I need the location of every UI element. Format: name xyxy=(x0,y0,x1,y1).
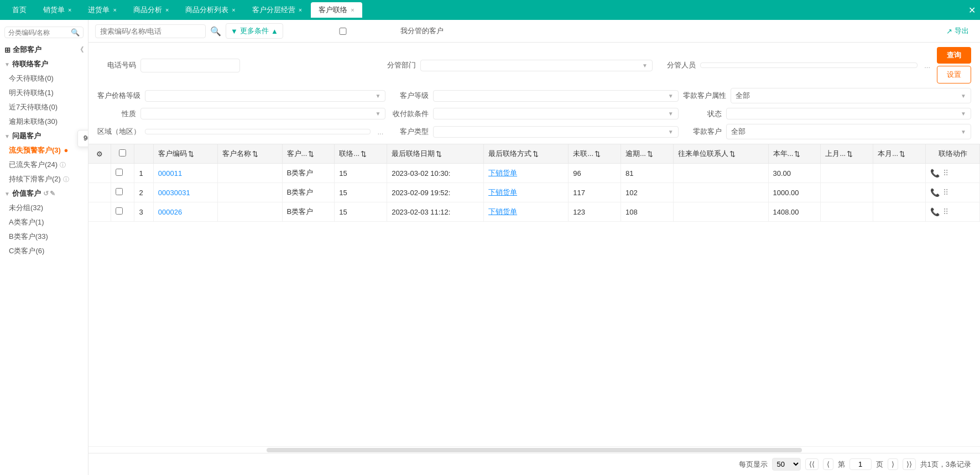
row-last-method[interactable]: 下销货单 xyxy=(484,202,569,222)
sidebar-item-a-class[interactable]: A类客户(1) xyxy=(0,215,88,229)
tooltip-box: 90天未交易的客户，可能有流失风险。 xyxy=(77,130,88,147)
refresh-icon[interactable]: ↺ xyxy=(43,190,49,197)
row-last-method[interactable]: 下销货单 xyxy=(484,164,569,183)
tab-customer-contact[interactable]: 客户联络 × xyxy=(311,2,362,18)
sidebar-item-churned[interactable]: 已流失客户(24) ⓘ xyxy=(0,158,88,172)
no-contact-col-header[interactable]: 未联...⇅ xyxy=(569,144,621,164)
dept-select[interactable]: ▼ xyxy=(420,60,653,71)
export-button[interactable]: ↗ 导出 xyxy=(942,24,973,38)
contact-icon[interactable]: 📞 xyxy=(930,207,940,216)
sidebar-item-tomorrow-contact[interactable]: 明天待联络(1) xyxy=(0,86,88,100)
select-all-checkbox[interactable] xyxy=(119,149,126,156)
payment-select[interactable]: ▼ xyxy=(433,108,678,119)
close-tab-analysis-list[interactable]: × xyxy=(232,7,235,13)
last-method-col-header[interactable]: 最后联络方式⇅ xyxy=(484,144,569,164)
sidebar-search-container[interactable]: 🔍 xyxy=(4,27,84,38)
sidebar-item-ungrouped[interactable]: 未分组(32) xyxy=(0,201,88,215)
customer-level-select[interactable]: ▼ xyxy=(433,90,678,102)
region-dots[interactable]: ... xyxy=(375,128,385,136)
next-page-button[interactable]: ⟩ xyxy=(888,458,898,470)
my-customers-checkbox-label[interactable]: 我分管的客户 xyxy=(288,26,444,36)
last-page-button[interactable]: ⟩⟩ xyxy=(903,458,916,470)
region-select[interactable] xyxy=(145,129,371,134)
contact-col-header[interactable]: 联络...⇅ xyxy=(335,144,387,164)
search-input[interactable] xyxy=(95,24,206,38)
my-customers-checkbox[interactable] xyxy=(288,28,398,35)
first-page-button[interactable]: ⟨⟨ xyxy=(805,458,819,470)
tab-analysis[interactable]: 商品分析 × xyxy=(126,2,176,18)
problem-customers-section[interactable]: ▼ 问题客户 90天未交易的客户，可能有流失风险。 xyxy=(0,129,88,143)
tab-purchase[interactable]: 进货单 × xyxy=(80,2,124,18)
row-name xyxy=(218,183,282,202)
setting-button[interactable]: 设置 xyxy=(937,66,971,83)
per-page-select[interactable]: 50 100 200 xyxy=(772,458,801,471)
sidebar-item-churn-warning[interactable]: 流失预警客户(3) ● xyxy=(0,143,88,158)
status-select[interactable]: ▼ xyxy=(726,108,971,119)
close-window-button[interactable]: ✕ xyxy=(968,5,976,15)
last-month-col-header[interactable]: 上月...⇅ xyxy=(821,144,873,164)
prev-page-button[interactable]: ⟨ xyxy=(823,458,833,470)
more-icon[interactable]: ⠿ xyxy=(943,207,948,216)
pending-contact-section[interactable]: ▼ 待联络客户 xyxy=(0,57,88,71)
close-tab-analysis[interactable]: × xyxy=(165,7,169,13)
sidebar-item-week-contact[interactable]: 近7天待联络(0) xyxy=(0,100,88,114)
value-customers-section[interactable]: ▼ 价值客户 ↺ ✎ xyxy=(0,186,88,201)
this-month-col-header[interactable]: 本月...⇅ xyxy=(873,144,926,164)
close-tab-customer-contact[interactable]: × xyxy=(351,7,354,13)
more-conditions-button[interactable]: ▼ 更多条件 ▲ xyxy=(226,23,283,39)
row-last-method[interactable]: 下销货单 xyxy=(484,183,569,202)
action-col-header: 联络动作 xyxy=(926,144,980,164)
row-checkbox[interactable] xyxy=(111,164,134,183)
settings-col-header[interactable]: ⚙ xyxy=(88,144,111,164)
manager-dots[interactable]: ... xyxy=(922,61,932,70)
filter-row-2: 客户价格等级 ▼ 客户等级 ▼ 零款客户属性 全部 xyxy=(97,88,971,103)
table-body: 1 000011 B类客户 15 2023-03-02 10:30: 下销货单 … xyxy=(88,164,980,222)
row-code[interactable]: 00030031 xyxy=(153,183,217,202)
phone-input[interactable] xyxy=(140,59,240,72)
tab-customer-tier[interactable]: 客户分层经营 × xyxy=(244,2,310,18)
zero-customer-select[interactable]: 全部 ▼ xyxy=(726,124,971,139)
more-icon[interactable]: ⠿ xyxy=(943,188,948,197)
tab-sales[interactable]: 销货单 × xyxy=(35,2,79,18)
sidebar-item-overdue-contact[interactable]: 逾期未联络(30) xyxy=(0,114,88,129)
price-level-select[interactable]: ▼ xyxy=(145,90,385,102)
sidebar-item-c-class[interactable]: C类客户(6) xyxy=(0,244,88,258)
tab-home[interactable]: 首页 xyxy=(4,2,34,18)
row-checkbox[interactable] xyxy=(111,183,134,202)
close-tab-purchase[interactable]: × xyxy=(113,7,116,13)
info-icon2: ⓘ xyxy=(63,175,69,184)
name-col-header[interactable]: 客户名称⇅ xyxy=(218,144,282,164)
row-code[interactable]: 000026 xyxy=(153,202,217,222)
check-col-header[interactable] xyxy=(111,144,134,164)
page-number-input[interactable] xyxy=(849,458,872,470)
contact-icon[interactable]: 📞 xyxy=(930,169,940,178)
liaison-col-header[interactable]: 往来单位联系人⇅ xyxy=(673,144,768,164)
horizontal-scrollbar[interactable] xyxy=(267,448,801,452)
overdue-col-header[interactable]: 逾期...⇅ xyxy=(621,144,674,164)
info-icon: ⓘ xyxy=(60,161,66,169)
gender-select[interactable]: ▼ xyxy=(140,108,385,119)
close-tab-sales[interactable]: × xyxy=(68,7,71,13)
this-year-col-header[interactable]: 本年...⇅ xyxy=(768,144,821,164)
tab-analysis-list[interactable]: 商品分析列表 × xyxy=(178,2,243,18)
sidebar-search-input[interactable] xyxy=(8,29,71,36)
sidebar-item-b-class[interactable]: B类客户(33) xyxy=(0,229,88,244)
contact-icon[interactable]: 📞 xyxy=(930,188,940,197)
code-col-header[interactable]: 客户编码⇅ xyxy=(153,144,217,164)
query-button[interactable]: 查询 xyxy=(937,47,971,64)
more-icon[interactable]: ⠿ xyxy=(943,169,948,178)
edit-icon[interactable]: ✎ xyxy=(50,190,55,197)
row-checkbox[interactable] xyxy=(111,202,134,222)
zero-attr-select[interactable]: 全部 ▼ xyxy=(731,88,971,103)
last-date-col-header[interactable]: 最后联络日期⇅ xyxy=(387,144,484,164)
customer-type-select[interactable]: ▼ xyxy=(433,126,678,138)
row-code[interactable]: 000011 xyxy=(153,164,217,183)
collapse-icon[interactable]: 《 xyxy=(77,45,84,55)
close-tab-customer-tier[interactable]: × xyxy=(299,7,302,13)
search-button[interactable]: 🔍 xyxy=(210,26,221,36)
sidebar-item-today-contact[interactable]: 今天待联络(0) xyxy=(0,71,88,86)
all-customers-header[interactable]: ⊞ 全部客户 《 xyxy=(0,43,88,57)
level-col-header[interactable]: 客户...⇅ xyxy=(282,144,335,164)
sidebar-item-declining[interactable]: 持续下滑客户(2) ⓘ xyxy=(0,172,88,186)
manager-select[interactable] xyxy=(700,62,918,68)
